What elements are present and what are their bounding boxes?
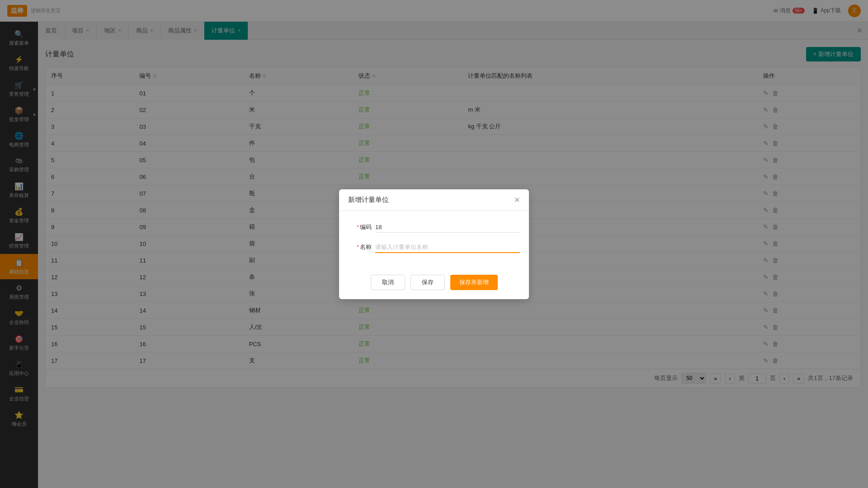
code-label: 编码 [348,223,375,231]
modal-overlay: 新增计量单位 ✕ 编码 名称 取消 保存 保存并新增 [0,0,868,488]
cancel-button[interactable]: 取消 [371,275,405,290]
modal-header: 新增计量单位 ✕ [339,189,529,211]
code-input[interactable] [375,222,520,233]
form-row-code: 编码 [348,222,520,233]
name-label: 名称 [348,243,375,251]
modal-title: 新增计量单位 [348,196,389,204]
modal-footer: 取消 保存 保存并新增 [339,269,529,299]
save-button[interactable]: 保存 [410,275,445,290]
add-unit-modal: 新增计量单位 ✕ 编码 名称 取消 保存 保存并新增 [339,189,529,299]
modal-body: 编码 名称 [339,211,529,269]
modal-close-btn[interactable]: ✕ [514,196,520,204]
save-new-button[interactable]: 保存并新增 [450,275,498,290]
name-input[interactable] [375,242,520,253]
form-row-name: 名称 [348,242,520,253]
